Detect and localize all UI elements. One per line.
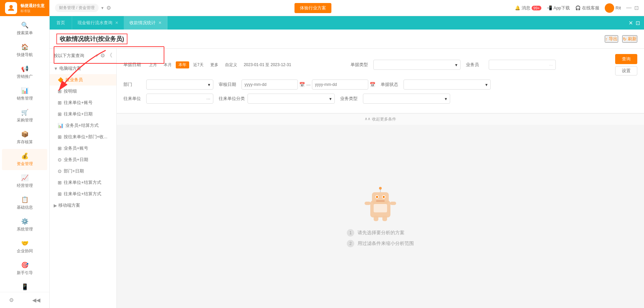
sidebar-item-marketing[interactable]: 📢 营销推广	[2, 62, 47, 83]
tab-expand-icon[interactable]: ⊡	[636, 20, 640, 26]
grid2-icon: ⊞	[58, 100, 62, 105]
scheme-item-unit-method2[interactable]: ⊞ 往来单位+结算方式	[50, 188, 116, 200]
dept-label: 部门	[123, 82, 144, 88]
sidebar-settings-btn[interactable]: ⚙	[6, 296, 16, 305]
sidebar-item-purchase[interactable]: 🛒 采购管理	[2, 105, 47, 126]
app-download-item[interactable]: 📲 App下载	[547, 5, 570, 11]
sidebar-item-system[interactable]: ⚙️ 系统管理	[2, 214, 47, 236]
scheme-collapse-btn[interactable]: 《	[107, 52, 112, 59]
date-tab-more[interactable]: 更多	[208, 61, 221, 68]
voucher-status-select[interactable]: ▾	[404, 80, 491, 90]
voucher-type-select[interactable]: ▾	[373, 60, 461, 70]
scheme-item-by-salesperson[interactable]: 🔶 按业务员	[50, 74, 116, 86]
sidebar-collapse-btn[interactable]: ◀◀	[30, 296, 43, 305]
sidebar-item-enterprise[interactable]: 🤝 企业协同	[2, 236, 47, 257]
tab-bank-close-icon[interactable]: ✕	[115, 20, 118, 25]
tab-collection[interactable]: 收款情况统计 ✕	[124, 16, 167, 30]
sidebar-item-basic[interactable]: 📋 基础信息	[2, 193, 47, 214]
export-btn[interactable]: ↑ 导出	[605, 35, 619, 43]
calendar-from-icon[interactable]: 📅	[299, 82, 305, 87]
scheme-item-salesperson-account[interactable]: ⊞ 业务员+账号	[50, 143, 116, 154]
scheme-item-by-detail[interactable]: ⊞ 按明细	[50, 86, 116, 97]
scheme-add-btn[interactable]: +	[95, 53, 98, 59]
tab-bank[interactable]: 现金银行流水查询 ✕	[72, 16, 124, 30]
scheme-item-unit-method[interactable]: ⊞ 往来单位+结算方式	[50, 177, 116, 188]
collapse-icon: ∧∧	[365, 116, 371, 122]
sidebar-item-quicknav[interactable]: 🏠 快捷导航	[2, 40, 47, 61]
tab-collection-close-icon[interactable]: ✕	[158, 20, 162, 25]
marketing-icon: 📢	[21, 65, 29, 72]
app-download-label: App下载	[553, 5, 570, 11]
user-item[interactable]: Rit	[605, 3, 621, 13]
review-date-label: 审核日期	[219, 82, 239, 88]
edition-badge: 标准版	[20, 9, 45, 13]
biz-type-select[interactable]: ▾	[363, 94, 450, 104]
scheme-item-unit-dept-coll[interactable]: ⊞ 按往来单位+部门+收...	[50, 131, 116, 143]
maximize-icon[interactable]: ⊡	[634, 5, 639, 11]
sidebar-item-search[interactable]: 🔍 搜索菜单	[2, 18, 47, 39]
salesperson-field: 业务员 ···	[466, 60, 556, 70]
date-tab-custom[interactable]: 自定义	[222, 61, 240, 68]
review-date-from[interactable]	[241, 80, 298, 90]
refresh-label: 刷新	[628, 36, 637, 42]
sidebar-item-sales[interactable]: 📊 销售管理	[2, 84, 47, 105]
header-gear-icon[interactable]: ⚙	[106, 5, 111, 11]
grid4-icon: ⊞	[58, 134, 62, 140]
scheme-panel: 按以下方案查询 + ⚙ 《 ▼ 电脑端方案	[50, 49, 117, 308]
tab-close-all-icon[interactable]: ✕	[629, 20, 633, 26]
sidebar-item-operations[interactable]: 📈 经营管理	[2, 171, 47, 192]
system-icon: ⚙️	[21, 218, 29, 225]
partner-select[interactable]: ···	[146, 94, 213, 104]
breadcrumb-dropdown-icon[interactable]: ▾	[101, 5, 104, 10]
sidebar-item-guide[interactable]: 🎯 新手引导	[2, 258, 47, 279]
sidebar-footer: ⚙ ◀◀	[0, 292, 49, 308]
svg-point-6	[383, 196, 385, 198]
minimize-icon[interactable]: —	[626, 5, 632, 11]
trial-btn[interactable]: 体验行业方案	[294, 3, 331, 13]
breadcrumb: 财务管理 / 资金管理	[55, 4, 99, 12]
scheme-item-dept-date[interactable]: ⊙ 部门+日期	[50, 165, 116, 177]
notification-badge: 99+	[532, 6, 541, 10]
online-service-item[interactable]: 🎧 在线客服	[575, 5, 599, 11]
query-btn[interactable]: 查询	[615, 54, 637, 64]
sidebar-item-inventory[interactable]: 📦 库存核算	[2, 127, 47, 148]
scheme-item-salesperson-date[interactable]: ⊙ 业务员+日期	[50, 154, 116, 165]
dept-select[interactable]: ▾	[146, 80, 213, 90]
salesperson-more-icon[interactable]: ···	[549, 62, 553, 67]
voucher-status-label: 单据状态	[381, 82, 401, 88]
app-logo: 畅捷通好生意 标准版	[0, 0, 49, 16]
partner-category-select[interactable]: ▾	[248, 94, 335, 104]
settings-btn[interactable]: 设置	[615, 66, 637, 75]
notification-item[interactable]: 🔔 消息 99+	[515, 5, 541, 11]
salesperson-select[interactable]: ···	[489, 60, 556, 70]
date-tab-this-month[interactable]: 本月	[161, 61, 174, 68]
review-date-to[interactable]	[312, 80, 368, 90]
svg-point-0	[9, 5, 13, 8]
calendar-to-icon[interactable]: 📅	[370, 82, 375, 87]
scheme-item-unit-date[interactable]: ⊞ 往来单位+日期	[50, 108, 116, 120]
partner-more-icon[interactable]: ···	[206, 96, 210, 101]
enterprise-icon: 🤝	[21, 240, 29, 247]
sidebar-item-hardware[interactable]: 📱 智能硬件	[2, 280, 47, 292]
sidebar-item-finance[interactable]: 💰 资金管理	[2, 149, 47, 170]
page-header: 收款情况统计(按业务员) ↑ 导出 ↻ 刷新	[50, 30, 644, 49]
date-tab-this-year[interactable]: 本年	[176, 61, 189, 68]
scheme-item-unit-account-label: 往来单位+账号	[64, 100, 112, 106]
scheme-group-desktop-header[interactable]: ▼ 电脑端方案	[50, 63, 116, 74]
date-tab-7days[interactable]: 近7天	[191, 61, 206, 68]
date-tabs: 上月 本月 本年 近7天 更多 自定义	[146, 61, 240, 68]
active-scheme-icon: 🔶	[58, 77, 63, 83]
refresh-btn[interactable]: ↻ 刷新	[622, 35, 637, 43]
svg-rect-12	[374, 216, 378, 221]
scheme-item-unit-account[interactable]: ⊞ 往来单位+账号	[50, 97, 116, 108]
date-tab-last-month[interactable]: 上月	[146, 61, 160, 68]
tab-home[interactable]: 首页	[50, 16, 72, 30]
scheme-settings-btn[interactable]: ⚙	[100, 52, 105, 59]
voucher-type-label: 单据类型	[351, 62, 371, 68]
review-date-group: 📅 — 📅	[241, 80, 375, 90]
scheme-item-salesperson-method[interactable]: 📊 业务员+结算方式	[50, 120, 116, 131]
collapse-label: 收起更多条件	[372, 116, 396, 122]
collapse-bar[interactable]: ∧∧ 收起更多条件	[117, 113, 644, 125]
guide-icon: 🎯	[21, 261, 29, 269]
scheme-group-mobile-header[interactable]: ▶ 移动端方案	[50, 200, 116, 211]
